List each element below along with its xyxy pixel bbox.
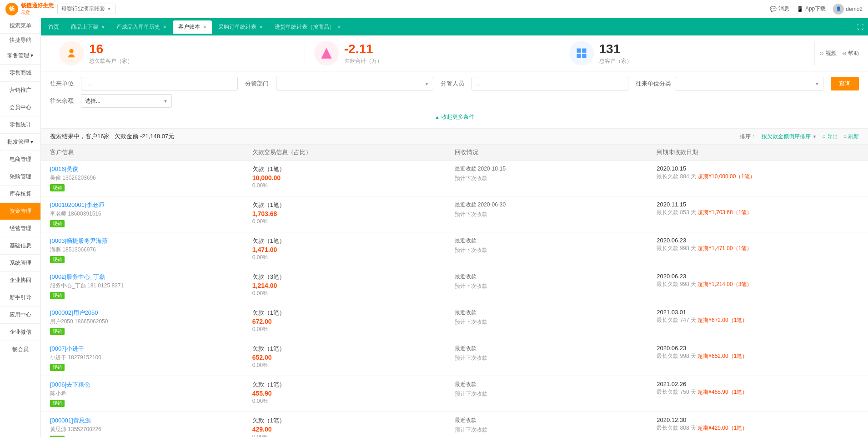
result-actions: 排序： 按欠款金额倒序排序 ▼ ○ 导出 ○ 刷新 [740, 133, 859, 141]
sidebar-item-retail-stats[interactable]: 零售统计 [0, 116, 40, 134]
store-selector[interactable]: 母婴行业演示账套 ▼ [57, 4, 115, 14]
tab-inbound-stats-close[interactable]: ✕ [337, 25, 341, 30]
manager-input[interactable]: ... [472, 77, 628, 90]
customer-name-1[interactable]: [0001020001]李老师 [50, 201, 252, 209]
debt-amount-4[interactable]: 672.00 [252, 318, 455, 325]
stat-debt-label: 欠款合计（万） [344, 57, 382, 65]
sidebar-item-inventory[interactable]: 库存核算 [0, 186, 40, 203]
sidebar-item-operations[interactable]: 经营管理 [0, 220, 40, 237]
sidebar-item-marketing[interactable]: 营销推广 [0, 82, 40, 99]
customer-name-0[interactable]: [0016]吴俊 [50, 165, 252, 173]
unit-type-select[interactable]: ▼ [675, 77, 823, 90]
top-bar-left: 畅 畅捷通好生意 示意 母婴行业演示账套 ▼ [5, 2, 115, 16]
tab-maximize-btn[interactable]: ⛶ [854, 22, 866, 31]
view-video-btn[interactable]: ⊙ 视频 [819, 50, 836, 57]
tab-customer-ledger[interactable]: 客户账本 ✕ [173, 20, 212, 34]
sidebar-quick-nav[interactable]: 快捷导航 [0, 34, 40, 47]
table-row[interactable]: [0003]畅捷服务尹海蒸 海燕 18513066976 现销 欠款（1笔） 1… [41, 232, 868, 268]
table-row[interactable]: [000002]用户2050 用户2050 18665062050 现销 欠款（… [41, 304, 868, 340]
message-btn[interactable]: 💬 消息 [770, 5, 789, 13]
balance-label: 往来余额 [50, 97, 77, 105]
sort-select[interactable]: 按欠款金额倒序排序 ▼ [762, 133, 817, 141]
overdue-days-0: 最长欠款 884 天 超期¥10,000.00（1笔） [657, 173, 859, 181]
recovery-next-0: 预计下次收款 [455, 175, 657, 182]
overdue-amount-1[interactable]: 超期¥1,703.68（1笔） [697, 209, 752, 216]
sidebar-item-purchase[interactable]: 采购管理 [0, 168, 40, 186]
customer-name-5[interactable]: [0007]小进干 [50, 345, 252, 353]
overdue-amount-5[interactable]: 超期¥652.00（1笔） [697, 353, 748, 359]
sidebar-item-finance[interactable]: 资金管理 [0, 203, 40, 220]
debt-amount-7[interactable]: 429.00 [252, 426, 455, 433]
customer-name-7[interactable]: [000001]黄思源 [50, 417, 252, 425]
overdue-amount-6[interactable]: 超期¥455.90（1笔） [697, 389, 748, 395]
tab-product-listing[interactable]: 商品上下架 ✕ [65, 20, 110, 34]
dept-select[interactable]: ▼ [276, 77, 433, 90]
tab-inventory-history[interactable]: 产成品入库单历史 ✕ [111, 20, 172, 34]
debt-amount-6[interactable]: 455.90 [252, 390, 455, 397]
sidebar-item-enterprise[interactable]: 企业协同 [0, 272, 40, 289]
customer-name-3[interactable]: [0002]服务中心_丁磊 [50, 273, 252, 281]
debt-ratio-6: 0.00% [252, 398, 455, 404]
tab-customer-ledger-close[interactable]: ✕ [203, 25, 206, 30]
sidebar-item-ecommerce[interactable]: 电商管理 [0, 151, 40, 168]
table-row[interactable]: [0007]小进干 小进干 18279152100 现销 欠款（1笔） 652.… [41, 340, 868, 376]
customer-name-4[interactable]: [000002]用户2050 [50, 309, 252, 317]
phone-icon: 📱 [797, 6, 803, 12]
stat-total-info: 131 总客户（家） [599, 41, 632, 65]
export-btn[interactable]: ○ 导出 [823, 133, 838, 141]
search-button[interactable]: 查询 [831, 77, 859, 90]
recovery-info-3: 最近收款 预计下次收款 [455, 273, 657, 290]
source-unit-input[interactable]: ... [81, 77, 238, 90]
balance-select[interactable]: 选择... ▼ [81, 94, 172, 108]
recovery-next-7: 预计下次收款 [455, 426, 657, 434]
overdue-amount-3[interactable]: 超期¥1,214.00（3笔） [697, 281, 752, 287]
overdue-amount-7[interactable]: 超期¥429.00（1笔） [697, 425, 748, 431]
sidebar-item-apps[interactable]: 应用中心 [0, 306, 40, 324]
tab-inbound-stats[interactable]: 进货单统计表（按商品） ✕ [269, 20, 346, 34]
overdue-date-0: 2020.10.15 [657, 165, 859, 172]
customer-name-6[interactable]: [0006]去下粮仓 [50, 381, 252, 389]
overdue-amount-4[interactable]: 超期¥672.00（1笔） [697, 317, 748, 323]
debt-amount-2[interactable]: 1,471.00 [252, 246, 455, 253]
tab-purchase-stats-close[interactable]: ✕ [259, 25, 263, 30]
app-download-btn[interactable]: 📱 App下载 [797, 5, 826, 13]
overdue-amount-2[interactable]: 超期¥1,471.00（1笔） [697, 245, 752, 251]
sidebar-item-guide[interactable]: 新手引导 [0, 289, 40, 306]
debt-count-2: 欠款（1笔） [252, 237, 455, 245]
table-row[interactable]: [000001]黄思源 黄思源 13552700226 现销 欠款（1笔） 42… [41, 412, 868, 437]
debt-amount-1[interactable]: 1,703.68 [252, 210, 455, 217]
debt-amount-3[interactable]: 1,214.00 [252, 282, 455, 289]
tab-inventory-history-close[interactable]: ✕ [163, 25, 166, 30]
tab-minimize-btn[interactable]: ─ [843, 22, 853, 31]
table-row[interactable]: [0006]去下粮仓 陈小希 现销 欠款（1笔） 455.90 0.00% 最近… [41, 376, 868, 412]
overdue-amount-0[interactable]: 超期¥10,000.00（1笔） [697, 173, 755, 180]
table-row[interactable]: [0001020001]李老师 李老师 18600391516 现销 欠款（1笔… [41, 196, 868, 232]
sidebar-item-retail-mgmt[interactable]: 零售管理 ▾ [0, 47, 40, 65]
recovery-date-2: 最近收款 [455, 237, 657, 245]
sidebar-item-system[interactable]: 系统管理 [0, 255, 40, 272]
sidebar-item-member2[interactable]: 畅会员 [0, 341, 40, 358]
debt-amount-0[interactable]: 10,000.00 [252, 174, 455, 181]
customer-tag-5: 现销 [50, 364, 65, 371]
tab-purchase-stats[interactable]: 采购订单统计表 ✕ [213, 20, 268, 34]
sidebar-item-basic-info[interactable]: 基础信息 [0, 237, 40, 255]
collapse-btn[interactable]: ▲ 收起更多条件 [435, 113, 475, 121]
overdue-date-1: 2020.11.15 [657, 201, 859, 208]
svg-marker-1 [321, 48, 331, 58]
tab-home[interactable]: 首页 [43, 20, 65, 34]
sidebar-search[interactable]: 搜索菜单 [0, 18, 40, 34]
tab-product-listing-close[interactable]: ✕ [101, 25, 105, 30]
sidebar-item-wechat[interactable]: 企业微信 [0, 324, 40, 341]
sidebar-item-wholesale[interactable]: 批发管理 ▾ [0, 134, 40, 151]
refresh-btn[interactable]: ○ 刷新 [843, 133, 859, 141]
table-row[interactable]: [0016]吴俊 吴俊 13026203696 现销 欠款（1笔） 10,000… [41, 161, 868, 196]
user-avatar[interactable]: 👤 demo2 [833, 4, 863, 15]
overdue-date-3: 2020.06.23 [657, 273, 859, 280]
sidebar-item-retail-mall[interactable]: 零售商城 [0, 65, 40, 82]
help-btn[interactable]: ⊙ 帮助 [842, 50, 859, 57]
customer-name-2[interactable]: [0003]畅捷服务尹海蒸 [50, 237, 252, 245]
sidebar-item-member[interactable]: 会员中心 [0, 99, 40, 116]
table-row[interactable]: [0002]服务中心_丁磊 服务中心_丁磊 181 0125 8371 现销 欠… [41, 268, 868, 304]
unit-type-label: 往来单位分类 [636, 80, 671, 88]
debt-amount-5[interactable]: 652.00 [252, 354, 455, 361]
